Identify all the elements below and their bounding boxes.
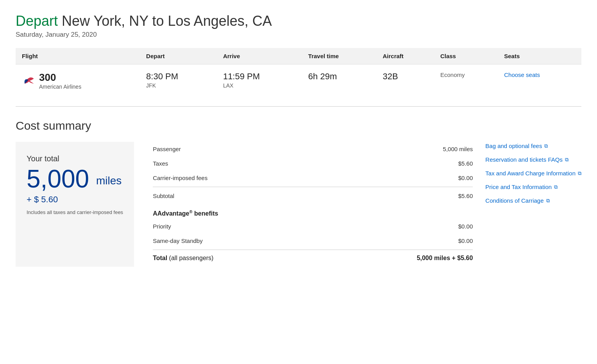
cost-summary-title: Cost summary	[16, 119, 581, 132]
travel-time-cell: 6h 29m	[302, 64, 377, 97]
flight-table: Flight Depart Arrive Travel time Aircraf…	[16, 48, 581, 97]
flight-cell: 300 American Airlines	[16, 64, 140, 97]
external-icon-4: ⧉	[554, 184, 558, 191]
your-total-cash: + $ 5.60	[27, 194, 123, 205]
class-label: Economy	[440, 71, 492, 78]
total-label: Total (all passengers)	[153, 255, 213, 262]
table-row: 300 American Airlines 8:30 PM JFK 11:59 …	[16, 64, 581, 97]
conditions-carriage-link[interactable]: Conditions of Carriage ⧉	[485, 196, 581, 205]
your-total-label: Your total	[27, 154, 123, 163]
carrier-fees-label: Carrier-imposed fees	[153, 175, 207, 181]
passenger-label: Passenger	[153, 146, 181, 152]
priority-row: Priority $0.00	[153, 219, 473, 234]
standby-row: Same-day Standby $0.00	[153, 234, 473, 248]
miles-word: miles	[96, 175, 122, 187]
reservation-faqs-text: Reservation and tickets FAQs	[485, 155, 563, 164]
depart-airport: JFK	[146, 82, 211, 89]
arrive-airport: LAX	[223, 82, 296, 89]
standby-label: Same-day Standby	[153, 237, 203, 244]
external-icon-3: ⧉	[578, 170, 581, 177]
external-icon: ⧉	[544, 143, 548, 150]
your-total-miles: 5,000 miles	[27, 166, 123, 191]
reservation-faqs-link[interactable]: Reservation and tickets FAQs ⧉	[485, 155, 581, 164]
links-panel: Bag and optional fees ⧉ Reservation and …	[485, 142, 581, 265]
taxes-value: $5.60	[434, 160, 473, 167]
cost-details: Passenger 5,000 miles Taxes $5.60 Carrie…	[153, 142, 473, 265]
section-divider	[16, 106, 581, 107]
priority-value: $0.00	[434, 223, 473, 230]
benefits-heading: AAdvantage® benefits	[153, 203, 473, 219]
aa-logo-icon	[22, 74, 36, 88]
external-icon-5: ⧉	[546, 197, 550, 204]
arrive-time: 11:59 PM	[223, 71, 296, 82]
depart-cell: 8:30 PM JFK	[140, 64, 217, 97]
total-value: 5,000 miles + $5.60	[417, 255, 473, 262]
total-row: Total (all passengers) 5,000 miles + $5.…	[153, 250, 473, 266]
seats-cell: Choose seats	[498, 64, 581, 97]
priority-label: Priority	[153, 223, 171, 230]
standby-value: $0.00	[434, 237, 473, 244]
page-title: Depart New York, NY to Los Angeles, CA	[16, 12, 581, 29]
col-seats: Seats	[498, 48, 581, 64]
flight-number: 300	[39, 71, 81, 84]
cost-layout: Your total 5,000 miles + $ 5.60 Includes…	[16, 142, 581, 267]
col-flight: Flight	[16, 48, 140, 64]
choose-seats-link[interactable]: Choose seats	[504, 71, 540, 78]
tax-award-link[interactable]: Tax and Award Charge Information ⧉	[485, 169, 581, 177]
your-total-box: Your total 5,000 miles + $ 5.60 Includes…	[16, 142, 134, 267]
travel-time-value: 6h 29m	[308, 71, 370, 82]
col-arrive: Arrive	[217, 48, 302, 64]
conditions-carriage-text: Conditions of Carriage	[485, 196, 543, 205]
carrier-fees-value: $0.00	[434, 175, 473, 181]
taxes-label: Taxes	[153, 160, 168, 167]
col-class: Class	[434, 48, 498, 64]
tax-award-text: Tax and Award Charge Information	[485, 169, 576, 177]
subtotal-value: $5.60	[434, 193, 473, 199]
class-cell: Economy	[434, 64, 498, 97]
col-travel-time: Travel time	[302, 48, 377, 64]
taxes-row: Taxes $5.60	[153, 156, 473, 171]
passenger-row: Passenger 5,000 miles	[153, 142, 473, 156]
route-text: New York, NY to Los Angeles, CA	[62, 13, 272, 29]
col-aircraft: Aircraft	[377, 48, 434, 64]
col-depart: Depart	[140, 48, 217, 64]
miles-amount: 5,000	[27, 165, 89, 193]
subtotal-label: Subtotal	[153, 193, 174, 199]
bag-fees-text: Bag and optional fees	[485, 142, 542, 150]
your-total-note: Includes all taxes and carrier-imposed f…	[27, 209, 123, 215]
cost-summary-section: Cost summary Your total 5,000 miles + $ …	[16, 119, 581, 267]
bag-fees-link[interactable]: Bag and optional fees ⧉	[485, 142, 581, 150]
aircraft-cell: 32B	[377, 64, 434, 97]
page-date: Saturday, January 25, 2020	[16, 31, 581, 39]
passenger-value: 5,000 miles	[434, 146, 473, 152]
external-icon-2: ⧉	[565, 156, 568, 163]
depart-time: 8:30 PM	[146, 71, 211, 82]
cost-divider-1	[153, 187, 473, 187]
price-tax-link[interactable]: Price and Tax Information ⧉	[485, 183, 581, 191]
page-header: Depart New York, NY to Los Angeles, CA S…	[16, 12, 581, 39]
depart-word: Depart	[16, 13, 58, 29]
cost-details-and-links: Passenger 5,000 miles Taxes $5.60 Carrie…	[153, 142, 581, 265]
arrive-cell: 11:59 PM LAX	[217, 64, 302, 97]
aircraft-code: 32B	[383, 71, 428, 82]
airline-name: American Airlines	[39, 84, 81, 90]
subtotal-row: Subtotal $5.60	[153, 189, 473, 203]
table-header-row: Flight Depart Arrive Travel time Aircraf…	[16, 48, 581, 64]
price-tax-text: Price and Tax Information	[485, 183, 552, 191]
carrier-fees-row: Carrier-imposed fees $0.00	[153, 171, 473, 185]
